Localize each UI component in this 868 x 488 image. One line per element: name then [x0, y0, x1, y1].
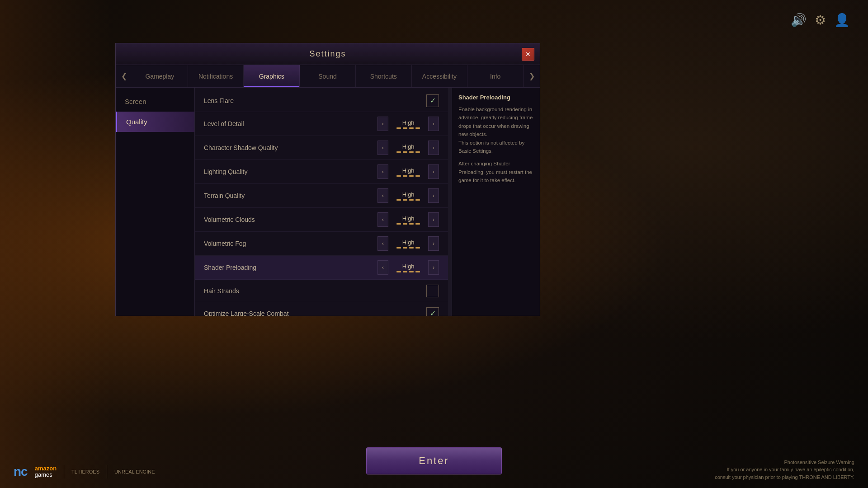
slider-dots-character-shadow-quality: [390, 151, 426, 153]
slider-dot-1: [403, 175, 407, 177]
slider-value-shader-preloading: High: [390, 263, 426, 272]
dialog-header: Settings ✕: [116, 43, 540, 65]
slider-character-shadow-quality: ‹High›: [377, 141, 439, 155]
slider-dot-0: [396, 127, 401, 129]
setting-row-terrain-quality: Terrain Quality‹High›: [195, 184, 448, 208]
setting-label-hair-strands: Hair Strands: [204, 287, 426, 295]
divider: [64, 465, 64, 479]
slider-value-text-volumetric-clouds: High: [390, 215, 426, 222]
settings-list: Lens Flare✓Level of Detail‹High›Characte…: [195, 88, 448, 316]
slider-dots-terrain-quality: [390, 199, 426, 201]
slider-dot-1: [403, 199, 407, 201]
slider-dot-2: [409, 247, 414, 249]
slider-shader-preloading: ‹High›: [377, 260, 439, 275]
checkbox-lens-flare[interactable]: ✓: [426, 94, 439, 107]
slider-dot-1: [403, 151, 407, 153]
slider-left-shader-preloading[interactable]: ‹: [377, 260, 388, 275]
checkbox-hair-strands[interactable]: [426, 285, 439, 297]
slider-right-volumetric-clouds[interactable]: ›: [428, 212, 439, 227]
setting-row-lens-flare: Lens Flare✓: [195, 89, 448, 112]
setting-row-lighting-quality: Lighting Quality‹High›: [195, 160, 448, 184]
profile-icon[interactable]: 👤: [834, 13, 850, 28]
slider-terrain-quality: ‹High›: [377, 188, 439, 203]
setting-row-optimize-large-scale-combat: Optimize Large-Scale Combat✓: [195, 302, 448, 316]
slider-left-volumetric-clouds[interactable]: ‹: [377, 212, 388, 227]
setting-label-lighting-quality: Lighting Quality: [204, 168, 377, 175]
tab-navigation: ❮ Gameplay Notifications Graphics Sound …: [116, 65, 540, 88]
tab-arrow-left[interactable]: ❮: [116, 65, 132, 87]
slider-volumetric-fog: ‹High›: [377, 236, 439, 251]
tab-gameplay[interactable]: Gameplay: [132, 65, 188, 87]
setting-label-lens-flare: Lens Flare: [204, 97, 426, 104]
slider-left-level-of-detail[interactable]: ‹: [377, 117, 388, 131]
slider-dot-2: [409, 199, 414, 201]
slider-value-volumetric-clouds: High: [390, 215, 426, 225]
tab-shortcuts[interactable]: Shortcuts: [356, 65, 412, 87]
dialog-title: Settings: [309, 49, 346, 59]
tab-accessibility[interactable]: Accessibility: [412, 65, 468, 87]
slider-dot-2: [409, 175, 414, 177]
settings-icon[interactable]: ⚙: [815, 13, 826, 28]
slider-dot-0: [396, 271, 401, 272]
slider-dot-0: [396, 175, 401, 177]
tab-graphics[interactable]: Graphics: [244, 65, 300, 87]
slider-dots-volumetric-clouds: [390, 223, 426, 225]
setting-row-character-shadow-quality: Character Shadow Quality‹High›: [195, 136, 448, 160]
slider-left-lighting-quality[interactable]: ‹: [377, 164, 388, 179]
info-panel-title: Shader Preloading: [458, 94, 533, 101]
slider-dot-3: [415, 199, 420, 201]
sidebar: Screen Quality: [116, 88, 195, 316]
slider-value-text-level-of-detail: High: [390, 119, 426, 126]
tab-notifications[interactable]: Notifications: [188, 65, 244, 87]
hud-icons: 🔊 ⚙ 👤: [791, 13, 850, 28]
close-button[interactable]: ✕: [522, 48, 534, 61]
setting-row-volumetric-fog: Volumetric Fog‹High›: [195, 232, 448, 256]
slider-right-level-of-detail[interactable]: ›: [428, 117, 439, 131]
slider-dots-shader-preloading: [390, 271, 426, 272]
info-para-1: After changing Shader Preloading, you mu…: [458, 160, 533, 184]
scrollbar[interactable]: [448, 88, 452, 316]
slider-lighting-quality: ‹High›: [377, 164, 439, 179]
slider-value-text-character-shadow-quality: High: [390, 143, 426, 150]
slider-right-shader-preloading[interactable]: ›: [428, 260, 439, 275]
slider-dot-1: [403, 247, 407, 249]
slider-left-terrain-quality[interactable]: ‹: [377, 188, 388, 203]
slider-dot-0: [396, 223, 401, 225]
slider-value-volumetric-fog: High: [390, 239, 426, 249]
slider-value-text-lighting-quality: High: [390, 167, 426, 174]
games-logo: games: [35, 472, 57, 478]
slider-right-lighting-quality[interactable]: ›: [428, 164, 439, 179]
enter-button[interactable]: Enter: [366, 447, 502, 474]
tab-sound[interactable]: Sound: [300, 65, 356, 87]
sidebar-item-quality[interactable]: Quality: [116, 112, 194, 132]
sidebar-item-screen[interactable]: Screen: [116, 91, 194, 112]
slider-left-volumetric-fog[interactable]: ‹: [377, 236, 388, 251]
slider-dots-lighting-quality: [390, 175, 426, 177]
info-panel: Shader Preloading Enable background rend…: [452, 88, 540, 316]
slider-right-character-shadow-quality[interactable]: ›: [428, 141, 439, 155]
slider-dot-2: [409, 271, 414, 272]
slider-dot-1: [403, 223, 407, 225]
slider-dot-0: [396, 247, 401, 249]
setting-label-volumetric-fog: Volumetric Fog: [204, 240, 377, 247]
slider-right-terrain-quality[interactable]: ›: [428, 188, 439, 203]
slider-value-lighting-quality: High: [390, 167, 426, 177]
setting-label-optimize-large-scale-combat: Optimize Large-Scale Combat: [204, 310, 426, 316]
checkbox-optimize-large-scale-combat[interactable]: ✓: [426, 307, 439, 316]
slider-left-character-shadow-quality[interactable]: ‹: [377, 141, 388, 155]
slider-value-text-shader-preloading: High: [390, 263, 426, 270]
slider-dot-3: [415, 127, 420, 129]
slider-right-volumetric-fog[interactable]: ›: [428, 236, 439, 251]
slider-dot-3: [415, 175, 420, 177]
dialog-content: Screen Quality Lens Flare✓Level of Detai…: [116, 88, 540, 316]
setting-label-shader-preloading: Shader Preloading: [204, 264, 377, 271]
sound-icon[interactable]: 🔊: [791, 13, 807, 28]
slider-dot-1: [403, 271, 407, 272]
setting-label-terrain-quality: Terrain Quality: [204, 192, 377, 199]
slider-value-level-of-detail: High: [390, 119, 426, 129]
tab-info[interactable]: Info: [467, 65, 524, 87]
bottom-logos: nc amazon games TL HEROES UNREAL ENGINE: [14, 465, 155, 479]
slider-value-text-volumetric-fog: High: [390, 239, 426, 246]
tab-arrow-right[interactable]: ❯: [524, 65, 540, 87]
slider-level-of-detail: ‹High›: [377, 117, 439, 131]
